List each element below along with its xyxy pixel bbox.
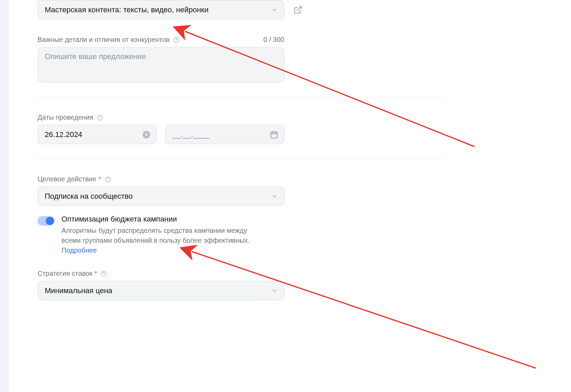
- bid-strategy-label: Стратегия ставок: [38, 270, 92, 277]
- dates-label: Даты проведения: [38, 114, 93, 121]
- clear-icon[interactable]: [142, 130, 151, 139]
- bid-strategy-select[interactable]: Минимальная цена: [38, 281, 284, 300]
- details-textarea[interactable]: Опишите ваше предложение: [38, 47, 284, 82]
- budget-opt-desc-text: Алгоритмы будут распределять средства ка…: [61, 227, 250, 244]
- svg-line-0: [297, 6, 301, 11]
- content-select-value: Мастерская контента: тексты, видео, нейр…: [45, 5, 209, 14]
- help-icon[interactable]: [100, 270, 107, 277]
- details-label: Важные детали и отличия от конкурентов: [38, 36, 170, 44]
- chevron-down-icon: [271, 6, 278, 13]
- help-icon[interactable]: [104, 176, 111, 183]
- svg-point-11: [108, 180, 108, 181]
- details-placeholder: Опишите ваше предложение: [45, 52, 146, 61]
- budget-opt-desc: Алгоритмы будут распределять средства ка…: [61, 226, 259, 255]
- required-asterisk: *: [98, 175, 101, 183]
- details-counter: 0 / 300: [263, 36, 284, 44]
- budget-opt-title: Оптимизация бюджета кампании: [61, 215, 259, 224]
- open-external-icon[interactable]: [294, 5, 302, 14]
- required-asterisk: *: [95, 270, 97, 277]
- date-end-input[interactable]: __.__.____: [165, 125, 284, 144]
- target-label: Целевое действие: [38, 175, 96, 183]
- content-select[interactable]: Мастерская контента: тексты, видео, нейр…: [38, 0, 284, 19]
- svg-point-2: [176, 41, 176, 41]
- chevron-down-icon: [271, 287, 278, 294]
- toggle-knob: [46, 217, 54, 225]
- target-action-value: Подписка на сообщество: [45, 192, 133, 201]
- date-start-input[interactable]: 26.12.2024: [38, 125, 157, 144]
- calendar-icon[interactable]: [270, 130, 279, 139]
- date-end-placeholder: __.__.____: [172, 130, 210, 139]
- svg-rect-6: [271, 132, 277, 138]
- budget-optimization-toggle[interactable]: [38, 216, 55, 226]
- divider: [38, 159, 443, 160]
- chevron-down-icon: [271, 193, 278, 200]
- help-icon[interactable]: [173, 36, 180, 43]
- divider: [38, 97, 443, 98]
- budget-opt-more-link[interactable]: Подробнее: [61, 246, 97, 254]
- bid-strategy-value: Минимальная цена: [45, 286, 112, 295]
- svg-point-4: [100, 119, 100, 119]
- svg-point-13: [104, 275, 104, 275]
- target-action-select[interactable]: Подписка на сообщество: [38, 186, 284, 206]
- help-icon[interactable]: [97, 114, 103, 121]
- date-start-value: 26.12.2024: [45, 130, 82, 139]
